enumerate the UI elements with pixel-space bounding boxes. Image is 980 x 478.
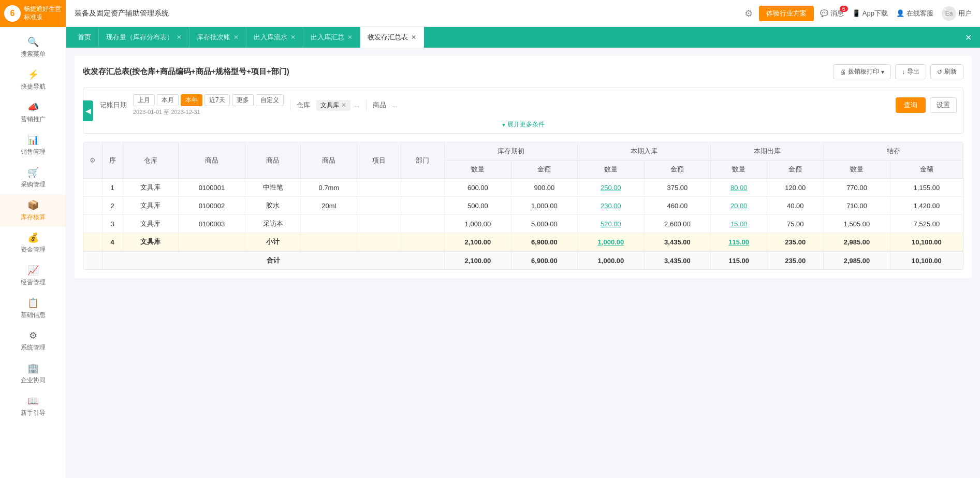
sidebar-item-system[interactable]: ⚙ 系统管理 <box>0 325 66 357</box>
warehouse-tag[interactable]: 文具库 ✕ <box>316 100 350 111</box>
sidebar-item-guide[interactable]: 📖 新手引导 <box>0 390 66 423</box>
close-all-tabs[interactable]: ✕ <box>961 31 976 45</box>
tab-close-stock-dist[interactable]: ✕ <box>177 34 182 41</box>
filter-settings-button[interactable]: 设置 <box>930 97 957 113</box>
tab-inout-summary[interactable]: 出入库汇总✕ <box>303 27 360 48</box>
sidebar-item-finance[interactable]: 💰 资金管理 <box>0 227 66 259</box>
col-in-qty-header: 数量 <box>578 161 645 179</box>
goods-more[interactable]: ... <box>392 102 398 109</box>
export-icon: ↓ <box>902 68 905 76</box>
row-in-qty[interactable]: 1,000.00 <box>578 233 645 252</box>
row-out-qty[interactable]: 115.00 <box>711 233 767 252</box>
row-bal-qty: 770.00 <box>824 179 890 197</box>
date-this-year[interactable]: 本年 <box>181 94 202 106</box>
row-code <box>179 233 245 252</box>
export-button[interactable]: ↓ 导出 <box>895 64 926 79</box>
table-row: 1 文具库 0100001 中性笔 0.7mm 600.00 900.00 25… <box>83 179 963 197</box>
print-button[interactable]: 🖨 拨销板打印 ▾ <box>833 64 891 79</box>
sidebar-item-inventory[interactable]: 📦 库存核算 <box>0 194 66 227</box>
date-last-month[interactable]: 上月 <box>133 94 155 106</box>
sales-icon: 📊 <box>27 134 39 146</box>
footer-in-amt: 3,435.00 <box>644 251 711 269</box>
footer-open-amt: 6,900.00 <box>511 251 578 269</box>
message-icon: 💬 <box>820 9 828 17</box>
sidebar-item-basic[interactable]: 📋 基础信息 <box>0 292 66 325</box>
sidebar-item-label-system: 系统管理 <box>21 343 46 352</box>
date-more[interactable]: 更多 <box>232 94 254 106</box>
row-bal-amt: 7,525.00 <box>890 215 963 233</box>
page-title-bar: 收发存汇总表(按仓库+商品编码+商品+规格型号+项目+部门) 🖨 拨销板打印 ▾… <box>83 64 963 79</box>
col-bal-amt-header: 金额 <box>890 161 963 179</box>
title-actions: 🖨 拨销板打印 ▾ ↓ 导出 ↺ 刷新 <box>833 64 963 79</box>
sidebar-item-label-search: 搜索菜单 <box>21 50 46 59</box>
logo-icon: 6 <box>4 5 21 22</box>
col-settings-header[interactable]: ⚙ <box>83 142 102 179</box>
tab-close-inout-summary[interactable]: ✕ <box>347 34 353 41</box>
row-out-qty[interactable]: 80.00 <box>711 179 767 197</box>
warehouse-tag-close[interactable]: ✕ <box>341 102 346 109</box>
page-title-text: 收发存汇总表(按仓库+商品编码+商品+规格型号+项目+部门) <box>83 67 289 77</box>
expand-conditions-button[interactable]: ▾ 展开更多条件 <box>502 120 545 129</box>
footer-label: 合计 <box>102 251 445 269</box>
row-settings[interactable] <box>83 197 102 215</box>
col-no-header: 序 <box>102 142 123 179</box>
sidebar-item-quick[interactable]: ⚡ 快捷导航 <box>0 64 66 96</box>
row-open-qty: 600.00 <box>445 179 511 197</box>
refresh-button[interactable]: ↺ 刷新 <box>930 64 963 79</box>
date-custom[interactable]: 自定义 <box>256 94 284 106</box>
sidebar-item-label-operation: 经营管理 <box>21 278 46 287</box>
sidebar-item-label-basic: 基础信息 <box>21 311 46 320</box>
system-title: 装备及固定资产辅助管理系统 <box>75 9 738 18</box>
row-spec <box>301 233 357 252</box>
query-button[interactable]: 查询 <box>896 97 926 113</box>
filter-toggle[interactable]: ◀ <box>83 100 93 121</box>
row-out-qty[interactable]: 20.00 <box>711 197 767 215</box>
col-project-header: 项目 <box>357 142 401 179</box>
row-spec <box>301 215 357 233</box>
sidebar-item-label-sales: 销售管理 <box>21 148 46 156</box>
tab-recv-send[interactable]: 收发存汇总表✕ <box>360 27 424 48</box>
row-code: 0100001 <box>179 179 245 197</box>
col-name-header: 商品 <box>245 142 301 179</box>
sidebar-item-label-finance: 资金管理 <box>21 245 46 254</box>
row-settings[interactable] <box>83 215 102 233</box>
warehouse-more[interactable]: ... <box>355 102 360 109</box>
date-7days[interactable]: 近7天 <box>204 94 230 106</box>
settings-icon[interactable]: ⚙ <box>744 8 753 19</box>
tab-inout-flow[interactable]: 出入库流水✕ <box>246 27 303 48</box>
row-open-qty: 500.00 <box>445 197 511 215</box>
user-menu[interactable]: Ea 用户 <box>942 6 972 21</box>
sidebar-item-enterprise[interactable]: 🏢 企业协同 <box>0 357 66 390</box>
tab-close-batch[interactable]: ✕ <box>233 34 239 41</box>
sidebar-item-marketing[interactable]: 📣 营销推广 <box>0 96 66 129</box>
row-open-amt: 6,900.00 <box>511 233 578 252</box>
row-settings[interactable] <box>83 179 102 197</box>
table-row: 3 文具库 0100003 采访本 1,000.00 5,000.00 520.… <box>83 215 963 233</box>
tab-stock-dist[interactable]: 现存量（库存分布表）✕ <box>99 27 189 48</box>
sidebar-item-sales[interactable]: 📊 销售管理 <box>0 129 66 162</box>
trial-button[interactable]: 体验行业方案 <box>759 6 814 21</box>
dropdown-icon: ▾ <box>881 68 884 76</box>
row-in-qty[interactable]: 230.00 <box>578 197 645 215</box>
message-button[interactable]: 💬 消息 6 <box>820 9 844 18</box>
row-in-qty[interactable]: 520.00 <box>578 215 645 233</box>
tab-close-recv-send[interactable]: ✕ <box>411 34 416 41</box>
tab-batch[interactable]: 库存批次账✕ <box>189 27 246 48</box>
tab-close-inout-flow[interactable]: ✕ <box>290 34 296 41</box>
online-service-button[interactable]: 👤 在线客服 <box>896 9 933 18</box>
system-icon: ⚙ <box>29 330 37 341</box>
app-download-button[interactable]: 📱 App下载 <box>852 9 888 18</box>
sidebar-item-operation[interactable]: 📈 经营管理 <box>0 259 66 292</box>
sidebar-item-purchase[interactable]: 🛒 采购管理 <box>0 162 66 194</box>
row-code: 0100002 <box>179 197 245 215</box>
row-in-qty[interactable]: 250.00 <box>578 179 645 197</box>
row-bal-qty: 2,985.00 <box>824 233 890 252</box>
sidebar-item-search[interactable]: 🔍 搜索菜单 <box>0 31 66 64</box>
row-out-qty[interactable]: 15.00 <box>711 215 767 233</box>
table-row: 2 文具库 0100002 胶水 20ml 500.00 1,000.00 23… <box>83 197 963 215</box>
date-this-month[interactable]: 本月 <box>157 94 179 106</box>
row-settings[interactable] <box>83 233 102 252</box>
tab-home[interactable]: 首页 <box>70 27 99 48</box>
sidebar-item-label-quick: 快捷导航 <box>21 82 46 91</box>
table-row: 4 文具库 小计 2,100.00 6,900.00 1,000.00 3,43… <box>83 233 963 252</box>
